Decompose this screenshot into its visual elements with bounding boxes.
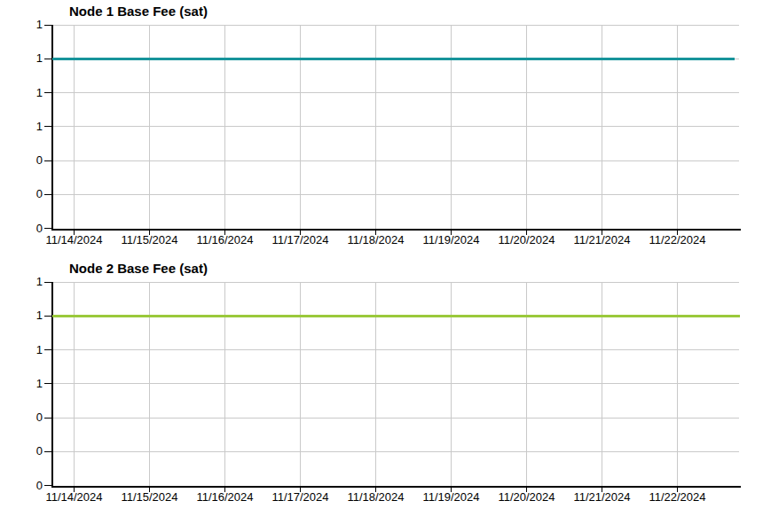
y-tick-label: 0 [14, 444, 43, 458]
x-tick-label: 11/18/2024 [339, 490, 413, 505]
x-tick-label: 11/17/2024 [264, 490, 338, 505]
x-tick-label: 11/15/2024 [113, 233, 187, 247]
gridline-horizontal [51, 160, 739, 161]
gridline-vertical [149, 282, 150, 486]
y-tick-label: 1 [14, 343, 43, 357]
gridline-horizontal [51, 25, 739, 26]
gridline-vertical [74, 282, 75, 486]
y-tick-label: 0 [14, 411, 43, 425]
y-tick-mark [44, 160, 51, 161]
y-tick-label: 0 [14, 479, 43, 493]
x-tick-label: 11/17/2024 [264, 233, 338, 247]
y-tick-label: 1 [14, 275, 43, 289]
gridline-vertical [375, 25, 376, 229]
gridline-vertical [451, 282, 452, 486]
y-tick-label: 1 [14, 309, 43, 323]
y-tick-label: 0 [14, 153, 43, 168]
x-tick-label: 11/14/2024 [37, 490, 112, 505]
x-tick-label: 11/14/2024 [37, 233, 112, 247]
gridline-horizontal [51, 383, 739, 384]
x-axis-line [51, 229, 741, 231]
gridline-horizontal [51, 282, 739, 283]
y-tick-mark [44, 418, 51, 419]
y-tick-mark [44, 59, 51, 59]
x-tick-label: 11/20/2024 [490, 233, 564, 247]
y-tick-mark [44, 282, 51, 283]
y-tick-mark [44, 316, 51, 317]
chart-node-1-base-fee: Node 1 Base Fee (sat) 11/14/202411/15/20… [0, 0, 763, 257]
y-axis-line [51, 25, 53, 231]
x-tick-label: 11/15/2024 [113, 490, 187, 505]
gridline-vertical [677, 282, 678, 486]
x-axis-line [51, 486, 741, 488]
gridline-vertical [74, 25, 75, 229]
gridline-horizontal [51, 418, 739, 419]
y-tick-label: 1 [14, 18, 43, 32]
gridline-vertical [602, 25, 602, 229]
fee-charts-dashboard: Node 1 Base Fee (sat) 11/14/202411/15/20… [0, 0, 763, 532]
gridline-horizontal [51, 451, 739, 452]
gridline-vertical [224, 25, 225, 229]
gridline-vertical [526, 25, 527, 229]
y-tick-label: 1 [14, 51, 43, 66]
x-tick-label: 11/19/2024 [414, 233, 489, 247]
plot-area: 11/14/202411/15/202411/16/202411/17/2024… [0, 257, 763, 514]
gridline-horizontal [51, 126, 739, 127]
gridline-horizontal [51, 194, 739, 195]
y-tick-label: 1 [14, 86, 43, 100]
y-tick-mark [44, 194, 51, 195]
gridline-vertical [375, 282, 376, 486]
y-tick-label: 0 [14, 187, 43, 201]
gridline-horizontal [51, 92, 739, 93]
y-axis-line [51, 282, 53, 488]
y-tick-mark [44, 126, 51, 127]
x-tick-label: 11/21/2024 [565, 490, 640, 505]
y-tick-mark [44, 92, 51, 93]
gridline-vertical [677, 25, 678, 229]
y-tick-mark [44, 228, 51, 229]
y-tick-mark [44, 383, 51, 384]
y-tick-label: 1 [14, 377, 43, 391]
gridline-vertical [526, 282, 527, 486]
y-tick-mark [44, 349, 51, 350]
gridline-vertical [451, 25, 452, 229]
y-tick-label: 1 [14, 120, 43, 134]
x-tick-label: 11/16/2024 [188, 490, 263, 505]
x-tick-label: 11/22/2024 [641, 233, 715, 247]
x-tick-label: 11/19/2024 [414, 490, 489, 505]
x-tick-label: 11/20/2024 [490, 490, 564, 505]
y-tick-mark [44, 451, 51, 452]
gridline-vertical [300, 282, 301, 486]
series-line [52, 58, 735, 60]
plot-area: 11/14/202411/15/202411/16/202411/17/2024… [0, 0, 763, 257]
gridline-vertical [149, 25, 150, 229]
x-tick-label: 11/16/2024 [188, 233, 263, 247]
y-tick-mark [44, 485, 51, 486]
gridline-horizontal [51, 349, 739, 350]
series-line [52, 315, 740, 317]
gridline-vertical [224, 282, 225, 486]
chart-node-2-base-fee: Node 2 Base Fee (sat) 11/14/202411/15/20… [0, 257, 763, 514]
x-tick-label: 11/18/2024 [339, 233, 413, 247]
x-tick-label: 11/21/2024 [565, 233, 640, 247]
y-tick-label: 0 [14, 222, 43, 236]
gridline-vertical [300, 25, 301, 229]
x-tick-label: 11/22/2024 [641, 490, 715, 505]
y-tick-mark [44, 25, 51, 26]
gridline-vertical [602, 282, 602, 486]
